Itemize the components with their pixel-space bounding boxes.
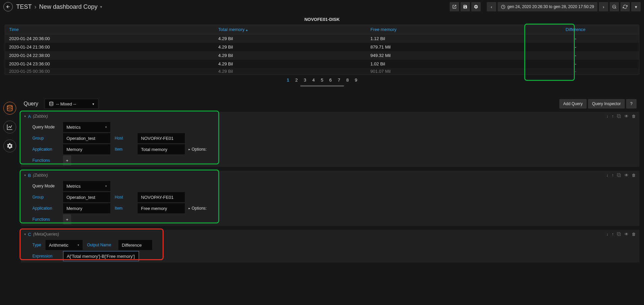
move-up-icon[interactable]: ↑	[612, 232, 614, 237]
move-down-icon[interactable]: ↓	[606, 232, 608, 237]
caret-down-icon: ▾	[24, 115, 26, 118]
nav-general[interactable]	[3, 140, 16, 152]
page-link[interactable]: 1	[287, 78, 289, 83]
refresh-button[interactable]	[620, 2, 630, 11]
time-picker[interactable]: gen 24, 2020 20:26:30 to gen 28, 2020 17…	[498, 2, 597, 11]
save-button[interactable]	[460, 2, 470, 11]
delete-icon[interactable]: 🗑	[632, 173, 636, 178]
chart-icon	[6, 124, 13, 130]
caret-down-icon: ▾	[24, 233, 26, 236]
type-select[interactable]: Arithmetic▾	[46, 240, 83, 250]
group-input[interactable]: Operation_test	[63, 133, 110, 143]
output-name-input[interactable]: Difference	[118, 240, 152, 250]
duplicate-icon[interactable]: ⿻	[617, 114, 621, 119]
refresh-icon	[623, 4, 627, 9]
query-datasource-label: (MetaQueries)	[33, 232, 59, 237]
page-link[interactable]: 6	[329, 78, 332, 83]
page-link[interactable]: 3	[304, 78, 306, 83]
breadcrumb-title[interactable]: New dashboard Copy	[39, 3, 97, 10]
col-free-header[interactable]: Free memory	[366, 25, 512, 34]
breadcrumb: TEST › New dashboard Copy ▾	[16, 3, 102, 10]
toggle-visibility-icon[interactable]: 👁	[624, 173, 628, 178]
refresh-interval-button[interactable]: ▾	[631, 2, 641, 11]
query-datasource-label: (Zabbix)	[33, 114, 48, 119]
datasource-picker[interactable]: -- Mixed -- ▾	[45, 99, 99, 109]
time-next-button[interactable]: ›	[599, 2, 608, 11]
col-total-header[interactable]: Total memory ▴	[214, 25, 366, 34]
group-input[interactable]: Operation_test	[63, 192, 110, 202]
group-label: Group	[29, 133, 62, 143]
query-help-button[interactable]: ?	[626, 99, 637, 109]
arrow-left-icon	[6, 4, 10, 9]
panel-table: Time Total memory ▴ Free memory Differen…	[5, 25, 639, 75]
page-link[interactable]: 4	[312, 78, 315, 83]
host-label: Host	[111, 192, 137, 202]
delete-icon[interactable]: 🗑	[632, 232, 636, 237]
horizontal-scrollbar[interactable]	[300, 85, 344, 87]
chevron-right-icon: ›	[34, 3, 36, 10]
duplicate-icon[interactable]: ⿻	[617, 232, 621, 237]
query-letter: C	[28, 232, 31, 237]
page-link[interactable]: 5	[321, 78, 323, 83]
query-mode-select[interactable]: Metrics▾	[63, 181, 110, 191]
host-input[interactable]: NOVOPAY-FE01	[138, 192, 185, 202]
page-link[interactable]: 9	[355, 78, 357, 83]
toggle-visibility-icon[interactable]: 👁	[624, 232, 628, 237]
host-input[interactable]: NOVOPAY-FE01	[138, 133, 185, 143]
page-link[interactable]: 8	[346, 78, 349, 83]
application-input[interactable]: Memory	[63, 144, 110, 154]
toggle-visibility-icon[interactable]: 👁	[624, 114, 628, 119]
move-down-icon[interactable]: ↓	[606, 173, 608, 178]
move-down-icon[interactable]: ↓	[606, 114, 608, 119]
move-up-icon[interactable]: ↑	[612, 173, 614, 178]
time-prev-button[interactable]: ‹	[487, 2, 496, 11]
query-row-c: ▾ C (MetaQueries) ↓ ↑ ⿻ 👁 🗑 Type Arithme…	[21, 230, 639, 263]
duplicate-icon[interactable]: ⿻	[617, 173, 621, 178]
item-input[interactable]: Total memory	[138, 144, 185, 154]
zoom-out-button[interactable]	[610, 2, 619, 11]
options-toggle[interactable]: Options:	[186, 203, 209, 213]
caret-down-icon[interactable]: ▾	[100, 5, 102, 9]
query-mode-select[interactable]: Metrics▾	[63, 122, 110, 132]
move-up-icon[interactable]: ↑	[612, 114, 614, 119]
query-row-a: ▾ A (Zabbix) ↓ ↑ ⿻ 👁 🗑 Query Mode Metric…	[21, 112, 639, 167]
output-name-label: Output Name	[84, 240, 117, 250]
application-input[interactable]: Memory	[63, 203, 110, 213]
add-function-button[interactable]: +	[63, 155, 71, 165]
delete-icon[interactable]: 🗑	[632, 114, 636, 119]
caret-down-icon: ▾	[24, 174, 26, 177]
back-button[interactable]	[3, 2, 13, 11]
expression-input[interactable]: A['Total memory']-B['Free memory']	[63, 251, 139, 261]
add-query-button[interactable]: Add Query	[559, 99, 587, 109]
page-link[interactable]: 2	[295, 78, 298, 83]
table-row: 2020-01-24 20:36:004.29 Bil1.12 Bil-	[5, 34, 639, 43]
database-icon	[49, 101, 54, 106]
query-row-header[interactable]: ▾ B (Zabbix) ↓ ↑ ⿻ 👁 🗑	[21, 171, 639, 180]
settings-button[interactable]	[471, 2, 481, 11]
share-button[interactable]	[450, 2, 459, 11]
table-row: 2020-01-25 00:36:004.29 Bil901.07 Mil-	[5, 68, 639, 74]
group-label: Group	[29, 192, 62, 202]
table-row: 2020-01-24 23:36:004.29 Bil1.02 Bil-	[5, 60, 639, 68]
query-row-header[interactable]: ▾ C (MetaQueries) ↓ ↑ ⿻ 👁 🗑	[21, 230, 639, 239]
col-diff-header[interactable]: Difference	[512, 25, 639, 34]
item-input[interactable]: Free memory	[138, 203, 185, 213]
query-datasource-label: (Zabbix)	[33, 173, 48, 178]
nav-queries[interactable]	[3, 102, 16, 115]
breadcrumb-root[interactable]: TEST	[16, 3, 32, 10]
row-actions: ↓ ↑ ⿻ 👁 🗑	[606, 173, 636, 178]
gear-icon	[474, 4, 478, 9]
side-nav	[3, 102, 16, 152]
page-link[interactable]: 7	[338, 78, 340, 83]
gear-icon	[6, 143, 13, 149]
query-row-header[interactable]: ▾ A (Zabbix) ↓ ↑ ⿻ 👁 🗑	[21, 112, 639, 121]
svg-point-3	[49, 102, 53, 103]
col-time-header[interactable]: Time	[5, 25, 214, 34]
row-actions: ↓ ↑ ⿻ 👁 🗑	[606, 232, 636, 237]
query-inspector-button[interactable]: Query Inspector	[588, 99, 625, 109]
options-toggle[interactable]: Options:	[186, 144, 209, 154]
table-row: 2020-01-24 22:38:004.29 Bil949.32 Mil-	[5, 51, 639, 60]
query-mode-label: Query Mode	[29, 181, 62, 191]
nav-visualization[interactable]	[3, 121, 16, 133]
add-function-button[interactable]: +	[63, 214, 71, 224]
